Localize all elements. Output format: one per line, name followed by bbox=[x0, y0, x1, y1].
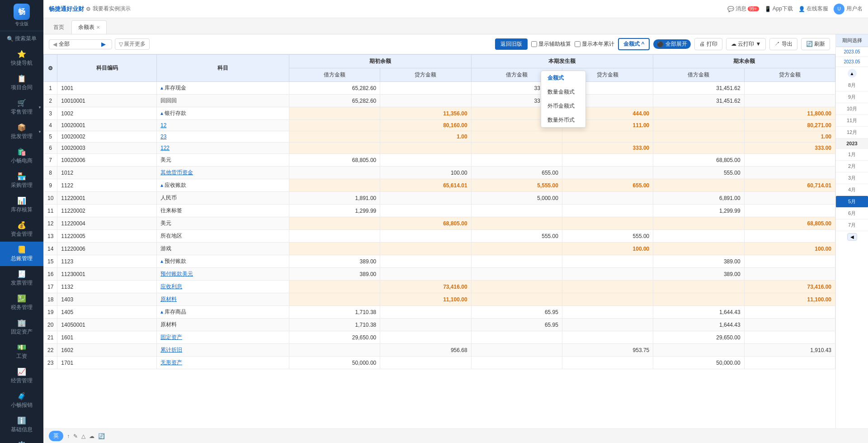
sidebar-item-quick-nav[interactable]: ⭐ 快捷导航 bbox=[0, 46, 43, 71]
arrow-icon: ▼ bbox=[38, 105, 42, 110]
ledger-icon: 📒 bbox=[17, 245, 26, 254]
bottom-icon-2[interactable]: ✎ bbox=[73, 433, 78, 439]
subject-link[interactable]: 累计折旧 bbox=[160, 347, 182, 353]
print-btn[interactable]: 🖨 打印 bbox=[694, 38, 722, 50]
online-service-btn[interactable]: 👤 在线客服 bbox=[798, 5, 828, 13]
sidebar-item-wholesale[interactable]: 📦 批发管理 ▼ bbox=[0, 119, 43, 144]
subject-link[interactable]: 应收利息 bbox=[160, 283, 182, 290]
period-month-2[interactable]: 2月 bbox=[836, 161, 868, 172]
td-credit-curr: 333.00 bbox=[562, 143, 653, 154]
show-ytd-check[interactable]: 显示本年累计 bbox=[575, 40, 614, 48]
bottom-icon-4[interactable]: ☁ bbox=[89, 433, 94, 439]
period-month-4[interactable]: 4月 bbox=[836, 184, 868, 196]
sidebar-item-salary[interactable]: 💵 工资 bbox=[0, 339, 43, 364]
table-container[interactable]: ⚙ 科目编码 科目 期初余额 本期发生额 期末余额 借方金额 贷方金额 借方金额… bbox=[43, 54, 835, 429]
period-month-8[interactable]: 8月 bbox=[836, 80, 868, 91]
td-debit-open bbox=[289, 179, 380, 192]
sidebar-item-purchase[interactable]: 🏪 采购管理 bbox=[0, 168, 43, 193]
sidebar-item-ecommerce[interactable]: 🛍️ 小畅电商 bbox=[0, 144, 43, 168]
show-assist-check[interactable]: 显示辅助核算 bbox=[531, 40, 571, 48]
subject-link[interactable]: 固定资产 bbox=[160, 334, 182, 340]
return-old-btn[interactable]: 返回旧版 bbox=[495, 38, 528, 50]
subject-expandable: ▴ 库存商品 bbox=[160, 309, 186, 315]
sidebar-item-assets[interactable]: 🏢 固定资产 bbox=[0, 315, 43, 339]
dropdown-item-foreign-amount[interactable]: 外币金额式 bbox=[541, 99, 585, 113]
lang-btn[interactable]: 英 bbox=[49, 431, 63, 441]
sidebar-item-invoice[interactable]: 🧾 发票管理 bbox=[0, 266, 43, 291]
td-code: 1012 bbox=[57, 167, 157, 179]
period-month-7[interactable]: 7月 bbox=[836, 219, 868, 231]
sidebar-item-operations[interactable]: 📈 经营管理 bbox=[0, 364, 43, 388]
sidebar-item-tax[interactable]: 💹 税务管理 bbox=[0, 291, 43, 315]
user-menu[interactable]: U 用户名 bbox=[834, 4, 863, 14]
td-code: 10020006 bbox=[57, 154, 157, 167]
sidebar-item-expense[interactable]: 🧳 小畅报销 bbox=[0, 388, 43, 413]
collapse-btn[interactable]: ◀ bbox=[847, 233, 857, 241]
td-debit-close: 389.00 bbox=[653, 255, 744, 268]
td-credit-close: 1.00 bbox=[744, 131, 835, 143]
format-dropdown-btn[interactable]: 金额式 ^ bbox=[618, 38, 650, 50]
td-subject: 122 bbox=[157, 143, 289, 154]
period-up-btn[interactable]: ▲ bbox=[848, 69, 857, 78]
search-menu[interactable]: 🔍 搜索菜单 bbox=[0, 31, 43, 46]
tab-balance[interactable]: 余额表 ✕ bbox=[71, 20, 107, 34]
period-month-11[interactable]: 11月 bbox=[836, 115, 868, 127]
sidebar-item-system[interactable]: ⚙️ 系统管理 bbox=[0, 437, 43, 443]
period-month-12[interactable]: 12月 bbox=[836, 127, 868, 138]
period-collapse[interactable]: ◀ bbox=[836, 231, 868, 243]
td-debit-close bbox=[653, 281, 744, 293]
subject-link[interactable]: 23 bbox=[160, 133, 166, 140]
search-right-icon[interactable]: ▶ bbox=[101, 41, 105, 48]
td-credit-curr: 100.00 bbox=[562, 243, 653, 255]
subject-link[interactable]: 其他货币资金 bbox=[160, 169, 193, 176]
period-month-10[interactable]: 10月 bbox=[836, 103, 868, 115]
subject-link[interactable]: 预付账款美元 bbox=[160, 271, 193, 277]
search-input[interactable] bbox=[59, 41, 99, 48]
dropdown-item-amount[interactable]: 金额式 bbox=[541, 71, 585, 85]
bottom-icon-5[interactable]: 🔄 bbox=[98, 433, 105, 439]
sidebar-item-funds[interactable]: 💰 资金管理 bbox=[0, 217, 43, 242]
tab-home[interactable]: 首页 bbox=[47, 21, 71, 34]
subject-link[interactable]: 12 bbox=[160, 122, 166, 129]
sidebar-item-ledger[interactable]: 📒 总账管理 bbox=[0, 242, 43, 266]
period-month-1[interactable]: 1月 bbox=[836, 149, 868, 161]
subject-link[interactable]: 122 bbox=[160, 145, 170, 151]
td-debit-close bbox=[653, 131, 744, 143]
search-box[interactable]: ◀ ▶ bbox=[49, 39, 112, 49]
sidebar-item-project[interactable]: 📋 项目合同 bbox=[0, 71, 43, 95]
bottom-icon-3[interactable]: △ bbox=[81, 433, 85, 439]
expand-more-btn[interactable]: ▽ 展开更多 bbox=[115, 38, 150, 50]
sidebar-item-inventory[interactable]: 📊 库存核算 bbox=[0, 193, 43, 217]
td-credit-open bbox=[380, 82, 471, 95]
td-credit-close bbox=[744, 255, 835, 268]
td-no: 7 bbox=[44, 154, 57, 167]
td-credit-close: 80,271.00 bbox=[744, 120, 835, 131]
period-month-6[interactable]: 6月 bbox=[836, 208, 868, 219]
dropdown-item-qty-foreign[interactable]: 数量外币式 bbox=[541, 113, 585, 127]
subject-link[interactable]: 原材料 bbox=[160, 296, 177, 302]
topbar-left: 畅捷通好业财 ⚙ 我要看实例演示 bbox=[49, 5, 131, 13]
refresh-btn[interactable]: 🔄 刷新 bbox=[801, 38, 830, 50]
period-month-9[interactable]: 9月 bbox=[836, 91, 868, 103]
bottom-icon-1[interactable]: ↑ bbox=[67, 433, 70, 439]
th-settings[interactable]: ⚙ bbox=[44, 55, 57, 82]
period-month-3[interactable]: 3月 bbox=[836, 172, 868, 184]
tab-close-icon[interactable]: ✕ bbox=[96, 25, 100, 30]
period-nav-up[interactable]: ▲ bbox=[836, 67, 868, 80]
expand-all-toggle[interactable]: ⚫ 全部展开 bbox=[653, 39, 691, 49]
demo-link[interactable]: 我要看实例演示 bbox=[93, 5, 131, 13]
period-month-5[interactable]: 5月 bbox=[836, 196, 868, 208]
topbar-config-icon[interactable]: ⚙ bbox=[86, 6, 91, 12]
sidebar-item-retail[interactable]: 🛒 零售管理 ▼ bbox=[0, 95, 43, 119]
td-subject: ▴ 库存现金 bbox=[157, 82, 289, 95]
dropdown-item-qty-amount[interactable]: 数量金额式 bbox=[541, 85, 585, 99]
sidebar-item-basic[interactable]: ℹ️ 基础信息 bbox=[0, 413, 43, 437]
period-year-start: 2023.05 bbox=[836, 47, 868, 57]
cloud-print-btn[interactable]: ☁ 云打印 ▼ bbox=[726, 38, 766, 50]
subject-link[interactable]: 无形资产 bbox=[160, 359, 182, 366]
td-subject: ▴ 预付账款 bbox=[157, 255, 289, 268]
app-download-btn[interactable]: 📱 App下载 bbox=[764, 5, 793, 13]
message-btn[interactable]: 💬 消息 99+ bbox=[727, 5, 759, 13]
td-credit-open: 100.00 bbox=[380, 167, 471, 179]
export-btn[interactable]: ↗ 导出 bbox=[769, 38, 797, 50]
